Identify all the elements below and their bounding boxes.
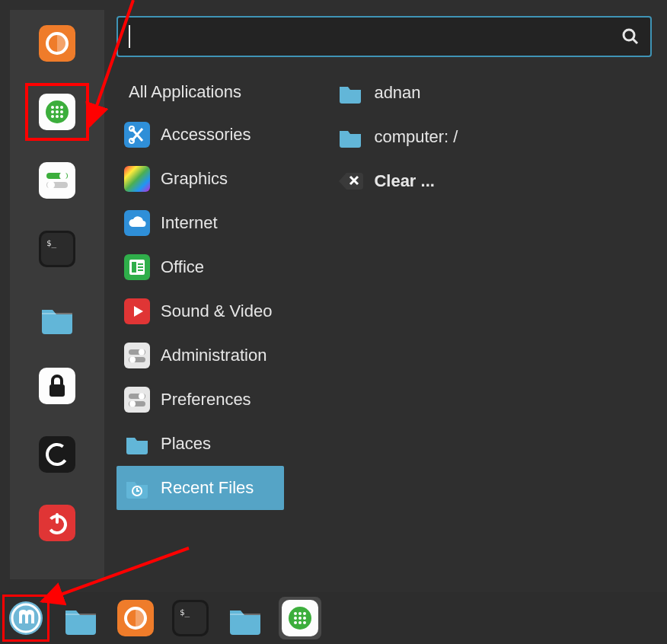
favorite-files[interactable] xyxy=(39,299,75,336)
folder-icon xyxy=(39,299,75,336)
favorite-power[interactable] xyxy=(39,505,75,541)
category-office[interactable]: Office xyxy=(116,245,284,289)
scissors-icon xyxy=(124,122,150,148)
categories-column: All Applications Accessories Graphics In… xyxy=(116,71,284,510)
favorite-lock[interactable] xyxy=(39,368,75,404)
taskbar-firefox[interactable] xyxy=(114,597,157,639)
terminal-icon xyxy=(172,600,209,636)
recent-item-computer[interactable]: computer: / xyxy=(330,115,470,159)
category-label: Sound & Video xyxy=(161,301,272,321)
category-label: Internet xyxy=(161,213,218,233)
favorite-logout[interactable] xyxy=(39,436,75,473)
category-label: All Applications xyxy=(129,82,241,102)
category-label: Office xyxy=(161,257,204,277)
item-label: adnan xyxy=(374,83,420,103)
firefox-icon xyxy=(39,25,75,62)
item-label: computer: / xyxy=(374,127,458,147)
category-label: Administration xyxy=(161,346,266,365)
rainbow-icon xyxy=(124,166,150,192)
category-preferences[interactable]: Preferences xyxy=(116,378,284,422)
folder-icon xyxy=(337,124,363,150)
taskbar xyxy=(0,592,667,644)
logout-icon xyxy=(39,436,75,473)
settings-toggles-icon xyxy=(39,162,75,199)
category-graphics[interactable]: Graphics xyxy=(116,157,284,201)
favorite-firefox[interactable] xyxy=(39,25,75,62)
application-menu: All Applications Accessories Graphics In… xyxy=(10,10,661,579)
apps-grid-icon xyxy=(282,600,318,636)
taskbar-apps-grid[interactable] xyxy=(279,597,321,639)
recent-items-column: adnan computer: / Clear ... xyxy=(330,71,470,510)
folder-icon xyxy=(62,600,99,636)
folder-icon xyxy=(337,80,363,106)
apps-grid-icon xyxy=(39,94,75,130)
category-label: Preferences xyxy=(161,390,251,410)
search-input[interactable] xyxy=(130,28,621,46)
terminal-icon xyxy=(39,231,75,267)
backspace-icon xyxy=(337,168,363,194)
taskbar-files[interactable] xyxy=(59,597,102,639)
category-places[interactable]: Places xyxy=(116,422,284,466)
category-sound-video[interactable]: Sound & Video xyxy=(116,289,284,333)
favorite-terminal[interactable] xyxy=(39,231,75,267)
mint-logo-icon xyxy=(8,600,44,636)
category-internet[interactable]: Internet xyxy=(116,201,284,245)
office-icon xyxy=(124,254,150,280)
taskbar-files-window[interactable] xyxy=(224,597,266,639)
lock-icon xyxy=(39,368,75,404)
firefox-icon xyxy=(117,600,154,636)
power-icon xyxy=(39,505,75,541)
clear-recent-button[interactable]: Clear ... xyxy=(330,159,470,203)
recent-item-adnan[interactable]: adnan xyxy=(330,71,470,115)
folder-icon xyxy=(124,431,150,457)
category-accessories[interactable]: Accessories xyxy=(116,113,284,157)
category-label: Recent Files xyxy=(161,478,254,498)
toggles-icon xyxy=(124,387,150,413)
category-all-applications[interactable]: All Applications xyxy=(116,71,284,113)
category-label: Accessories xyxy=(161,125,251,145)
favorite-settings[interactable] xyxy=(39,162,75,199)
category-recent-files[interactable]: Recent Files xyxy=(116,466,284,510)
taskbar-mint-menu[interactable] xyxy=(5,597,47,639)
toggles-icon xyxy=(124,343,150,368)
recent-icon xyxy=(124,475,150,501)
item-label: Clear ... xyxy=(374,171,434,191)
category-administration[interactable]: Administration xyxy=(116,333,284,378)
cloud-icon xyxy=(124,210,150,236)
search-field[interactable] xyxy=(116,16,652,57)
category-label: Places xyxy=(161,434,211,454)
folder-icon xyxy=(227,600,263,636)
taskbar-terminal[interactable] xyxy=(169,597,212,639)
favorite-apps-grid[interactable] xyxy=(39,94,75,130)
category-label: Graphics xyxy=(161,169,228,189)
play-icon xyxy=(124,298,150,324)
favorites-sidebar xyxy=(10,10,104,579)
search-icon xyxy=(621,27,640,46)
